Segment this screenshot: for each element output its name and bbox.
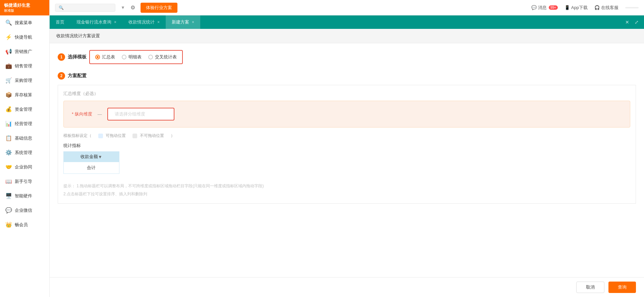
sidebar-item-label: 快捷导航 [15, 34, 32, 40]
tab-close-icon[interactable]: × [192, 20, 194, 24]
metrics-column-header[interactable]: 收款金额 ▼ [64, 152, 119, 162]
search-box[interactable]: 🔍 [55, 4, 115, 12]
dropdown-arrow-icon[interactable]: ▼ [121, 5, 125, 10]
app-logo: 畅捷通好生意 标准版 [0, 0, 49, 15]
tab-label: 新建方案 [172, 19, 189, 25]
step1-badge: 1 [58, 53, 65, 61]
metrics-hint: 模板指标设定（ 可拖动位置 不可拖动位置 ） [63, 133, 630, 139]
sidebar-item-label: 销售管理 [15, 63, 32, 69]
radio-circle-detail [122, 55, 126, 59]
sidebar-item-label: 库存核算 [15, 92, 32, 98]
radio-cross[interactable]: 交叉统计表 [148, 54, 177, 60]
management-icon: 📊 [5, 120, 12, 127]
tips-title: 提示： 1.拖动标题栏可以调整布局，不可跨维度或指标区域拖动栏目字段(只能在同一… [63, 182, 630, 190]
sidebar-item-label: 畅会员 [15, 222, 28, 228]
download-icon: 📱 [565, 5, 570, 10]
username-label [625, 7, 639, 8]
config-section: 汇总维度（必选） * 纵向维度 — 请选择分组维度 [58, 85, 636, 204]
template-radio-group: 汇总表 明细表 交叉统计表 [95, 54, 177, 60]
sidebar-item-label: 系统管理 [15, 150, 32, 156]
sidebar-item-member[interactable]: 👑 畅会员 [0, 217, 49, 232]
radio-detail[interactable]: 明细表 [122, 54, 142, 60]
tab-close-icon[interactable]: × [157, 20, 160, 24]
cancel-button[interactable]: 取消 [576, 282, 604, 293]
sidebar-item-hardware[interactable]: 🖥️ 智能硬件 [0, 189, 49, 203]
service-label: 在线客服 [601, 5, 619, 11]
marketing-icon: 📢 [5, 48, 12, 55]
sidebar-item-system[interactable]: ⚙️ 系统管理 [0, 145, 49, 160]
message-item[interactable]: 💬 消息 99+ [531, 5, 558, 11]
tab-new-plan[interactable]: 新建方案 × [166, 15, 200, 29]
search-icon: 🔍 [5, 19, 12, 26]
radio-circle-summary [95, 55, 100, 59]
sidebar-item-label: 经营管理 [15, 121, 32, 127]
metrics-label: 统计指标 [63, 143, 630, 149]
draggable-badge [98, 134, 103, 138]
step2-header: 2 方案配置 [58, 72, 636, 80]
radio-label-cross: 交叉统计表 [155, 54, 177, 60]
dimension-section-label: 汇总维度（必选） [63, 91, 630, 97]
metrics-section: 模板指标设定（ 可拖动位置 不可拖动位置 ） [63, 133, 630, 174]
sidebar-item-label: 智能硬件 [15, 193, 32, 199]
tips-line2: 2.点击标题栏下拉可设置排序、插入列和删除列 [63, 190, 630, 198]
sidebar-item-finance[interactable]: 💰 资金管理 [0, 102, 49, 116]
sidebar-item-label: 资金管理 [15, 106, 32, 112]
message-label: 消息 [538, 5, 547, 11]
fixed-label: 不可拖动位置 [140, 133, 164, 139]
member-icon: 👑 [5, 221, 12, 228]
step2-title: 方案配置 [68, 73, 87, 79]
service-icon: 🎧 [594, 5, 600, 10]
inventory-icon: 📦 [5, 92, 12, 98]
content-area: 收款情况统计方案设置 1 选择模板 汇总表 [50, 29, 644, 277]
download-item[interactable]: 📱 App下载 [565, 5, 588, 11]
sidebar-item-purchase[interactable]: 🛒 采购管理 [0, 73, 49, 88]
sidebar: 畅捷通好生意 标准版 🔍 搜索菜单 ⚡ 快捷导航 📢 营销推广 💼 销售管理 🛒… [0, 0, 50, 297]
sidebar-item-management[interactable]: 📊 经营管理 [0, 116, 49, 131]
tab-receipt-stats[interactable]: 收款情况统计 × [122, 15, 166, 29]
radio-summary[interactable]: 汇总表 [95, 54, 115, 60]
sidebar-item-guide[interactable]: 📖 新手引导 [0, 174, 49, 189]
maximize-icon[interactable]: ⤢ [635, 19, 639, 25]
step2-section: 2 方案配置 汇总维度（必选） * 纵向维度 — 请选择分组维 [58, 72, 636, 204]
step1-section: 1 选择模板 汇总表 明细表 [58, 50, 636, 64]
topbar-right: 💬 消息 99+ 📱 App下载 🎧 在线客服 [531, 5, 639, 11]
action-bar: 取消 查询 [50, 277, 644, 297]
dimension-select[interactable]: 请选择分组维度 [107, 108, 174, 120]
sidebar-item-label: 企业协同 [15, 164, 32, 170]
sales-icon: 💼 [5, 63, 12, 69]
template-select-box: 汇总表 明细表 交叉统计表 [89, 50, 183, 64]
fixed-badge [132, 134, 137, 138]
search-icon: 🔍 [59, 5, 64, 10]
message-icon: 💬 [531, 5, 537, 10]
tab-label: 首页 [56, 19, 64, 25]
guide-icon: 📖 [5, 178, 12, 185]
finance-icon: 💰 [5, 106, 12, 112]
tab-cash-flow[interactable]: 现金银行流水查询 × [70, 15, 122, 29]
sidebar-item-quick-nav[interactable]: ⚡ 快捷导航 [0, 30, 49, 44]
sidebar-item-label: 企业微信 [15, 207, 32, 213]
industry-btn[interactable]: 体验行业方案 [141, 3, 177, 13]
collab-icon: 🤝 [5, 164, 12, 170]
tab-close-icon[interactable]: × [114, 20, 116, 24]
sidebar-item-marketing[interactable]: 📢 营销推广 [0, 44, 49, 59]
close-window-icon[interactable]: ✕ [625, 19, 629, 25]
tips-line1: 1.拖动标题栏可以调整布局，不可跨维度或指标区域拖动栏目字段(只能在同一维度或指… [76, 184, 264, 188]
main-area: 🔍 ▼ ⚙ 体验行业方案 💬 消息 99+ 📱 App下载 🎧 在线客服 [50, 0, 644, 297]
sidebar-item-inventory[interactable]: 📦 库存核算 [0, 88, 49, 102]
query-button[interactable]: 查询 [608, 282, 636, 293]
radio-label-summary: 汇总表 [102, 54, 115, 60]
radio-label-detail: 明细表 [128, 54, 142, 60]
tab-home[interactable]: 首页 [50, 15, 70, 29]
sidebar-item-search[interactable]: 🔍 搜索菜单 [0, 15, 49, 30]
sidebar-item-sales[interactable]: 💼 销售管理 [0, 59, 49, 73]
service-item[interactable]: 🎧 在线客服 [594, 5, 619, 11]
sidebar-item-basic-info[interactable]: 📋 基础信息 [0, 131, 49, 145]
sidebar-item-label: 新手引导 [15, 179, 32, 185]
column-header-dropdown-icon[interactable]: ▼ [98, 154, 102, 159]
settings-icon[interactable]: ⚙ [130, 4, 135, 11]
sidebar-item-wechat[interactable]: 💬 企业微信 [0, 203, 49, 217]
dimension-area: * 纵向维度 — 请选择分组维度 [63, 101, 630, 128]
sidebar-item-collab[interactable]: 🤝 企业协同 [0, 160, 49, 174]
message-badge: 99+ [549, 5, 558, 10]
draggable-label: 可拖动位置 [106, 133, 126, 139]
